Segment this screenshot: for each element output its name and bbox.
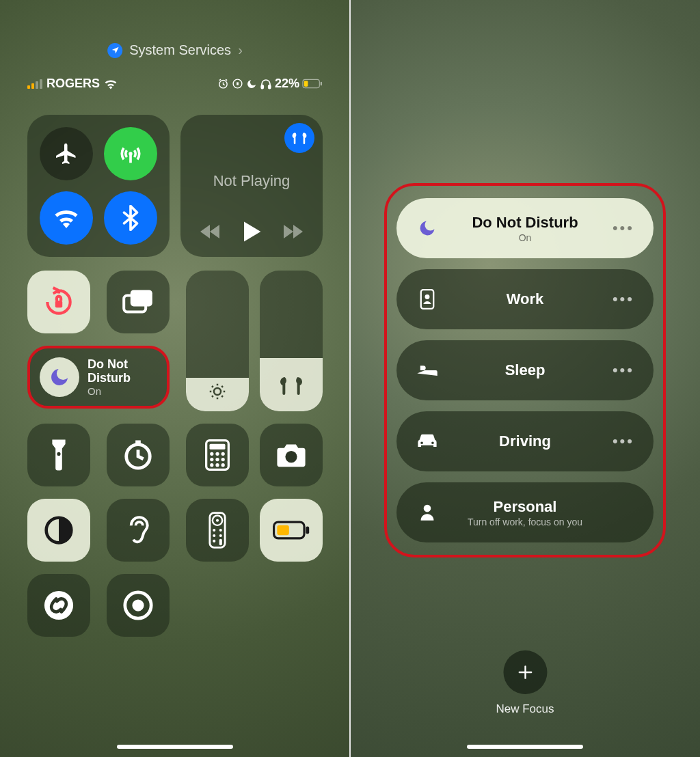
focus-row-subtitle: Turn off work, focus on you <box>439 517 611 527</box>
rotation-lock-status-icon <box>232 78 243 90</box>
svg-rect-27 <box>210 513 225 548</box>
more-options-icon[interactable]: ••• <box>611 432 634 450</box>
svg-point-44 <box>420 441 423 444</box>
svg-point-25 <box>285 451 297 463</box>
focus-row-driving[interactable]: Driving ••• <box>396 411 654 471</box>
cellular-signal-icon <box>27 79 42 89</box>
camera-button[interactable] <box>260 424 323 486</box>
focus-row-subtitle: On <box>439 232 611 243</box>
more-options-icon[interactable]: ••• <box>611 290 634 308</box>
battery-percentage: 22% <box>275 77 299 91</box>
svg-point-11 <box>214 388 221 395</box>
cellular-data-toggle[interactable] <box>104 127 157 180</box>
calculator-button[interactable] <box>186 424 249 486</box>
svg-rect-10 <box>131 290 152 306</box>
svg-point-20 <box>215 458 219 461</box>
flashlight-button[interactable] <box>27 424 90 486</box>
focus-row-sleep[interactable]: Sleep ••• <box>396 340 654 400</box>
svg-point-21 <box>221 458 225 461</box>
media-title: Not Playing <box>180 172 323 190</box>
low-power-mode-button[interactable] <box>260 499 323 562</box>
focus-status: On <box>88 385 157 397</box>
svg-point-32 <box>213 534 215 537</box>
chevron-right-icon: › <box>238 42 243 58</box>
rewind-button[interactable] <box>199 223 222 240</box>
focus-row-title: Driving <box>439 432 611 450</box>
location-arrow-icon <box>107 43 122 58</box>
dark-mode-button[interactable] <box>27 499 90 562</box>
location-services-indicator[interactable]: System Services › <box>107 42 243 58</box>
bed-icon <box>416 362 439 378</box>
screenshot-divider <box>349 0 351 757</box>
moon-icon <box>416 219 439 238</box>
brightness-slider[interactable] <box>186 271 249 411</box>
new-focus-button[interactable] <box>503 650 547 694</box>
person-icon <box>416 504 439 521</box>
svg-point-17 <box>215 452 219 456</box>
focus-row-title: Work <box>439 290 611 308</box>
focus-row-title: Personal <box>439 498 611 516</box>
volume-slider[interactable] <box>260 271 323 411</box>
carrier-label: ROGERS <box>46 77 100 91</box>
media-playback-card[interactable]: Not Playing <box>180 115 323 257</box>
shazam-button[interactable] <box>27 574 90 637</box>
svg-rect-2 <box>261 85 263 88</box>
play-button[interactable] <box>241 220 262 243</box>
airpods-output-badge[interactable] <box>284 123 314 153</box>
connectivity-card[interactable] <box>27 115 170 257</box>
screen-mirroring-button[interactable] <box>107 271 170 333</box>
svg-rect-15 <box>210 444 226 450</box>
svg-rect-6 <box>321 82 322 86</box>
svg-rect-3 <box>269 85 271 88</box>
wifi-status-icon <box>104 79 118 90</box>
svg-point-16 <box>210 452 213 456</box>
svg-point-31 <box>219 529 222 532</box>
forward-button[interactable] <box>281 223 304 240</box>
headphones-status-icon <box>260 78 272 90</box>
badge-icon <box>416 289 439 309</box>
more-options-icon[interactable]: ••• <box>611 361 634 379</box>
apple-tv-remote-button[interactable] <box>186 499 249 562</box>
airplane-mode-toggle[interactable] <box>40 127 93 180</box>
car-icon <box>416 432 439 450</box>
svg-point-22 <box>210 463 213 467</box>
new-focus-section: New Focus <box>496 650 554 716</box>
focus-row-title: Sleep <box>439 361 611 379</box>
svg-point-41 <box>132 599 144 611</box>
moon-status-icon <box>246 79 257 90</box>
airpods-volume-icon <box>278 374 305 396</box>
svg-point-35 <box>213 540 215 542</box>
alarm-status-icon <box>217 78 229 90</box>
focus-modes-screen: Do Not Disturb On ••• Work ••• Sleep ••• <box>350 0 700 757</box>
status-bar: ROGERS 22% <box>0 77 350 91</box>
svg-point-29 <box>216 519 219 522</box>
home-indicator[interactable] <box>117 745 233 749</box>
timer-button[interactable] <box>107 424 170 486</box>
bluetooth-toggle[interactable] <box>104 191 157 245</box>
svg-point-30 <box>213 529 215 532</box>
more-options-icon[interactable]: ••• <box>611 219 634 237</box>
svg-point-45 <box>431 441 434 444</box>
new-focus-label: New Focus <box>496 702 554 716</box>
svg-rect-38 <box>306 526 309 534</box>
control-center-screen: System Services › ROGERS 22% <box>0 0 350 757</box>
svg-rect-34 <box>219 539 222 546</box>
svg-point-23 <box>215 463 219 467</box>
screen-record-button[interactable] <box>107 574 170 637</box>
wifi-toggle[interactable] <box>40 191 93 245</box>
svg-point-46 <box>424 505 431 512</box>
svg-point-18 <box>221 452 225 456</box>
home-indicator[interactable] <box>467 745 583 749</box>
moon-icon <box>40 357 79 397</box>
focus-mode-button[interactable]: Do Not Disturb On <box>27 346 170 409</box>
svg-point-39 <box>44 591 73 620</box>
focus-row-dnd[interactable]: Do Not Disturb On ••• <box>396 198 654 258</box>
focus-row-personal[interactable]: Personal Turn off work, focus on you ••• <box>396 482 654 542</box>
focus-row-work[interactable]: Work ••• <box>396 269 654 329</box>
svg-point-43 <box>425 294 430 299</box>
rotation-lock-button[interactable] <box>27 271 90 333</box>
focus-modes-panel: Do Not Disturb On ••• Work ••• Sleep ••• <box>384 183 666 558</box>
battery-icon <box>302 79 323 89</box>
hearing-button[interactable] <box>107 499 170 562</box>
svg-point-19 <box>210 458 213 461</box>
